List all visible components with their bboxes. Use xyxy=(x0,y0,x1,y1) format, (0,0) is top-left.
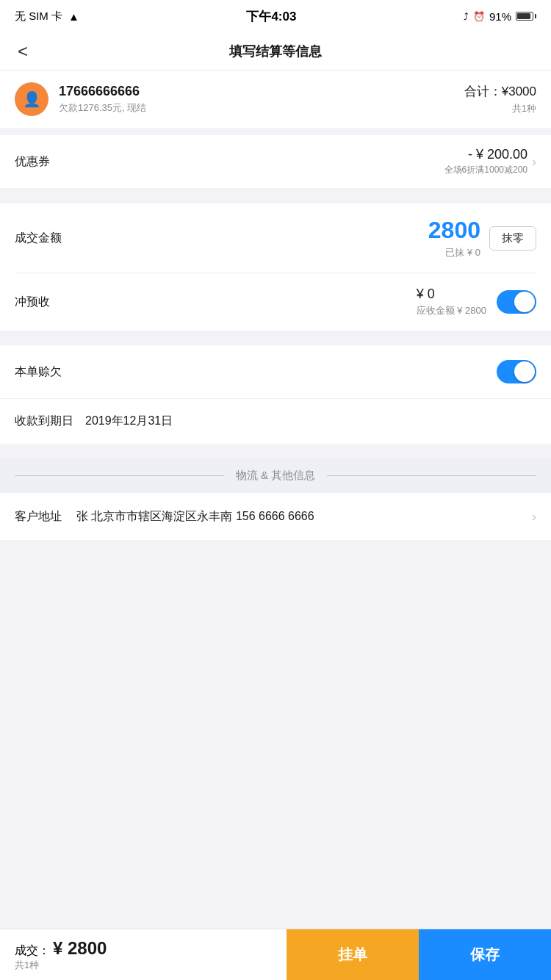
empty-space xyxy=(0,540,551,628)
amount-section: 成交金额 2800 已抹 ¥ 0 抹零 冲预收 ¥ 0 应收金额 ¥ 2800 xyxy=(0,203,551,331)
bottom-amount: ¥ 2800 xyxy=(53,938,107,959)
prepay-label: 冲预收 xyxy=(15,295,50,310)
coupon-right: - ¥ 200.00 全场6折满1000减200 › xyxy=(444,147,536,176)
address-row[interactable]: 客户地址 张 北京市市辖区海淀区永丰南 156 6666 6666 › xyxy=(15,493,536,540)
logistics-line-left xyxy=(15,475,224,476)
carrier-text: 无 SIM 卡 xyxy=(15,10,62,24)
logistics-text: 物流 & 其他信息 xyxy=(236,469,315,483)
status-time: 下午4:03 xyxy=(246,8,296,25)
coupon-discount: - ¥ 200.00 xyxy=(444,147,527,162)
logistics-line-right xyxy=(327,475,536,476)
customer-card: 👤 17666666666 欠款1276.35元, 现结 合计：¥3000 共1… xyxy=(0,71,551,128)
duedate-value: 2019年12月31日 xyxy=(85,414,173,429)
prepay-toggle-knob xyxy=(514,292,535,312)
main-content: 👤 17666666666 欠款1276.35元, 现结 合计：¥3000 共1… xyxy=(0,71,551,628)
duedate-section: 收款到期日 2019年12月31日 xyxy=(0,398,551,444)
deal-amount-wrap: 2800 已抹 ¥ 0 xyxy=(428,217,480,259)
prepay-top: ¥ 0 应收金额 ¥ 2800 xyxy=(417,287,536,317)
zero-button[interactable]: 抹零 xyxy=(489,226,536,251)
alarm-icon: ⏰ xyxy=(473,11,485,22)
total-value: ¥3000 xyxy=(502,84,536,98)
nav-bar: < 填写结算等信息 xyxy=(0,32,551,71)
coupon-description: 全场6折满1000减200 xyxy=(444,164,527,176)
address-section: 客户地址 张 北京市市辖区海淀区永丰南 156 6666 6666 › xyxy=(0,493,551,540)
debt-row: 本单赊欠 xyxy=(15,345,536,398)
section-divider-3 xyxy=(0,331,551,338)
section-divider-4 xyxy=(0,444,551,451)
bottom-bar: 成交： ¥ 2800 共1种 挂单 保存 xyxy=(0,929,551,980)
save-button[interactable]: 保存 xyxy=(419,929,551,981)
prepay-value: ¥ 0 xyxy=(417,287,486,302)
battery-icon xyxy=(516,12,536,21)
bottom-count: 共1种 xyxy=(15,959,272,972)
deal-amount-value: 2800 xyxy=(428,217,480,244)
bottom-summary-label: 成交： xyxy=(15,943,50,959)
prepay-toggle[interactable] xyxy=(497,290,536,314)
address-value: 张 北京市市辖区海淀区永丰南 156 6666 6666 xyxy=(76,508,532,525)
battery-percent: 91% xyxy=(489,10,511,23)
page-title: 填写结算等信息 xyxy=(229,43,322,60)
bottom-summary-row: 成交： ¥ 2800 xyxy=(15,937,272,959)
deal-amount-right: 2800 已抹 ¥ 0 抹零 xyxy=(428,217,536,259)
coupon-label: 优惠券 xyxy=(15,154,50,170)
customer-debt: 欠款1276.35元, 现结 xyxy=(59,101,146,115)
prepay-sub: 应收金额 ¥ 2800 xyxy=(417,304,486,317)
total-label: 合计： xyxy=(464,84,502,98)
debt-toggle-knob xyxy=(514,361,535,382)
customer-phone: 17666666666 xyxy=(59,84,146,99)
debt-label: 本单赊欠 xyxy=(15,364,62,380)
customer-right: 合计：¥3000 共1种 xyxy=(464,83,536,115)
prepay-right: ¥ 0 应收金额 ¥ 2800 xyxy=(417,287,536,317)
address-label: 客户地址 xyxy=(15,509,62,525)
customer-left: 👤 17666666666 欠款1276.35元, 现结 xyxy=(15,82,146,116)
hang-button[interactable]: 挂单 xyxy=(287,929,419,981)
section-divider-1 xyxy=(0,128,551,135)
deal-amount-sub: 已抹 ¥ 0 xyxy=(428,246,480,259)
avatar: 👤 xyxy=(15,82,48,116)
status-bar: 无 SIM 卡 ▲ 下午4:03 ⤴ ⏰ 91% xyxy=(0,0,551,32)
total-amount: 合计：¥3000 xyxy=(464,83,536,100)
total-count: 共1种 xyxy=(464,102,536,115)
debt-section: 本单赊欠 xyxy=(0,345,551,398)
status-right: ⤴ ⏰ 91% xyxy=(464,10,536,23)
logistics-divider: 物流 & 其他信息 xyxy=(0,458,551,493)
prepay-row: 冲预收 ¥ 0 应收金额 ¥ 2800 xyxy=(15,273,536,331)
coupon-text: - ¥ 200.00 全场6折满1000减200 xyxy=(444,147,527,176)
deal-amount-label: 成交金额 xyxy=(15,231,62,246)
bottom-summary: 成交： ¥ 2800 共1种 xyxy=(0,937,287,972)
prepay-value-wrap: ¥ 0 应收金额 ¥ 2800 xyxy=(417,287,486,317)
duedate-label: 收款到期日 xyxy=(15,414,73,429)
deal-amount-row: 成交金额 2800 已抹 ¥ 0 抹零 xyxy=(15,203,536,273)
coupon-row[interactable]: 优惠券 - ¥ 200.00 全场6折满1000减200 › xyxy=(0,135,551,189)
customer-info: 17666666666 欠款1276.35元, 现结 xyxy=(59,84,146,115)
coupon-chevron-icon: › xyxy=(532,154,536,170)
back-button[interactable]: < xyxy=(12,35,34,68)
debt-toggle[interactable] xyxy=(497,360,536,383)
status-left: 无 SIM 卡 ▲ xyxy=(15,10,79,24)
location-icon: ⤴ xyxy=(464,11,469,22)
avatar-icon: 👤 xyxy=(23,90,41,108)
wifi-icon: ▲ xyxy=(68,10,79,23)
duedate-row: 收款到期日 2019年12月31日 xyxy=(15,399,536,444)
address-chevron-icon: › xyxy=(532,509,536,525)
section-divider-2 xyxy=(0,189,551,196)
